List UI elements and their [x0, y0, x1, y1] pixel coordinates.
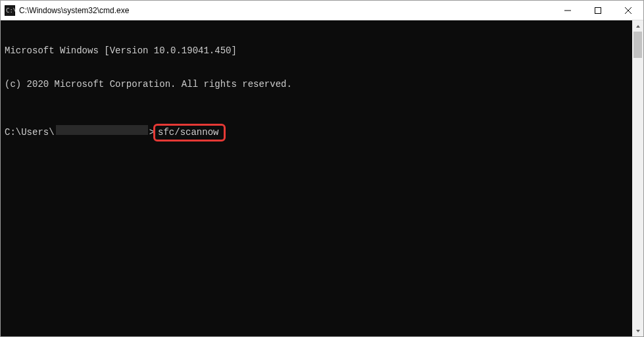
svg-rect-4 — [595, 7, 601, 13]
scroll-down-button[interactable] — [632, 325, 643, 336]
command-text: sfc/scannow — [158, 127, 218, 138]
svg-text:C:\: C:\ — [6, 7, 15, 14]
vertical-scrollbar[interactable] — [632, 20, 643, 336]
command-highlight: sfc/scannow — [153, 124, 226, 142]
maximize-button[interactable] — [583, 1, 613, 20]
terminal-content: Microsoft Windows [Version 10.0.19041.45… — [1, 20, 643, 167]
svg-marker-7 — [636, 25, 640, 28]
scroll-track[interactable] — [632, 32, 643, 325]
window-title: C:\Windows\system32\cmd.exe — [19, 6, 553, 15]
minimize-button[interactable] — [553, 1, 583, 20]
close-button[interactable] — [613, 1, 643, 20]
prompt-path: C:\Users\ — [5, 127, 55, 138]
svg-marker-8 — [636, 330, 640, 332]
scroll-up-button[interactable] — [632, 20, 643, 32]
terminal-header-line: Microsoft Windows [Version 10.0.19041.45… — [5, 45, 639, 57]
redacted-username — [56, 125, 148, 135]
scroll-thumb[interactable] — [633, 32, 642, 58]
cmd-window: C:\ C:\Windows\system32\cmd.exe Microsof… — [0, 0, 644, 337]
prompt-line: C:\Users\>sfc/scannow — [5, 124, 639, 142]
terminal-copyright-line: (c) 2020 Microsoft Corporation. All righ… — [5, 79, 639, 90]
terminal-area[interactable]: Microsoft Windows [Version 10.0.19041.45… — [1, 20, 643, 336]
cmd-icon: C:\ — [5, 5, 15, 16]
window-controls — [553, 1, 643, 20]
titlebar[interactable]: C:\ C:\Windows\system32\cmd.exe — [1, 1, 643, 20]
